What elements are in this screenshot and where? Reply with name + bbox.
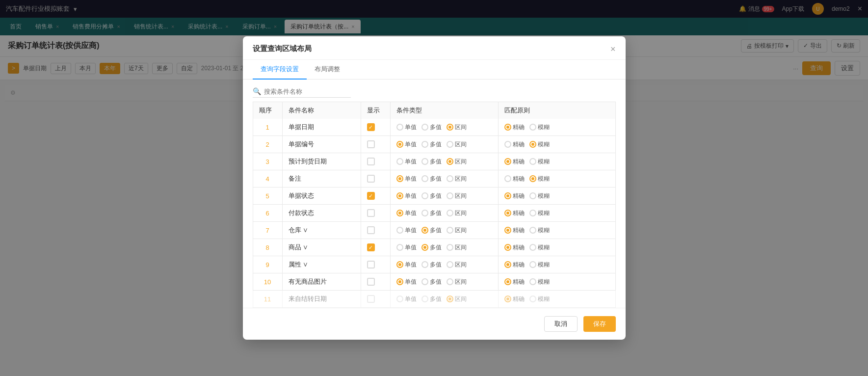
- dialog-search-area: 🔍: [243, 80, 626, 102]
- dialog-tab-query-fields[interactable]: 查询字段设置: [253, 60, 307, 80]
- dialog-table: 顺序 条件名称 显示 条件类型 匹配原则 1 单据日期 ✓ 单值 多值 区间: [253, 102, 616, 106]
- dialog-close-button[interactable]: ×: [610, 45, 616, 54]
- settings-dialog: 设置查询区域布局 × 查询字段设置 布局调整 🔍 顺序 条件名称: [243, 36, 626, 106]
- dialog-header: 设置查询区域布局 ×: [243, 36, 626, 60]
- col-name: 条件名称: [283, 102, 361, 106]
- col-condtype: 条件类型: [391, 102, 499, 106]
- dialog-title: 设置查询区域布局: [253, 44, 312, 54]
- search-box: 🔍: [253, 85, 351, 98]
- dialog-tabs: 查询字段设置 布局调整: [243, 60, 626, 80]
- col-order: 顺序: [253, 102, 283, 106]
- modal-overlay[interactable]: 设置查询区域布局 × 查询字段设置 布局调整 🔍 顺序 条件名称: [0, 0, 868, 106]
- col-matchrule: 匹配原则: [499, 102, 597, 106]
- search-input[interactable]: [264, 88, 342, 95]
- table-header: 顺序 条件名称 显示 条件类型 匹配原则: [253, 102, 616, 106]
- dialog-tab-layout[interactable]: 布局调整: [307, 60, 348, 80]
- search-icon: 🔍: [253, 87, 261, 95]
- col-display: 显示: [361, 102, 391, 106]
